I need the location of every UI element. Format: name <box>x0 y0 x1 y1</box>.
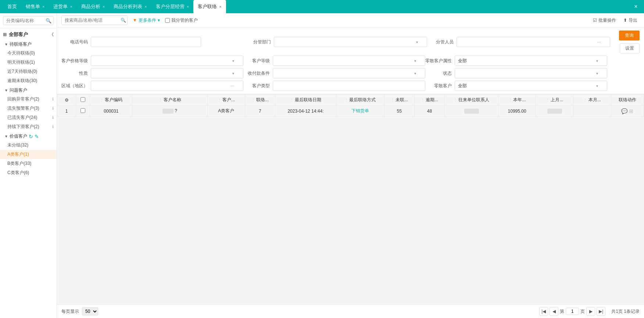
sidebar-collapse-btn[interactable]: 《 <box>49 32 54 38</box>
region-select[interactable]: ··· <box>91 81 243 91</box>
b-class-label: B类客户(33) <box>7 160 31 167</box>
retail-customer-value: 全部 <box>458 83 467 89</box>
customer-tier-select[interactable]: ▾ <box>273 56 425 66</box>
setting-button[interactable]: 设置 <box>620 43 640 53</box>
c-class-label: C类客户(6) <box>7 170 29 176</box>
sidebar-item-today[interactable]: 今天待联络(0) <box>0 49 57 58</box>
price-tier-select[interactable]: ▾ <box>91 56 243 66</box>
status-chevron-icon: ▾ <box>596 71 598 75</box>
window-close-button[interactable]: × <box>631 1 641 12</box>
sidebar-item-ungrouped[interactable]: 未分组(32) <box>0 141 57 150</box>
nav-item-customer-tier[interactable]: 客户分层经营 × <box>151 0 193 13</box>
nav-item-customer-contact[interactable]: 客户联络 × <box>193 0 226 13</box>
nature-select[interactable]: ▾ <box>91 68 243 78</box>
th-contact-count[interactable]: ⋮ 联络... <box>245 95 275 106</box>
declining-info-icon[interactable]: ℹ <box>52 124 54 129</box>
sidebar-item-churned[interactable]: 已流失客户(24) ℹ <box>0 113 57 122</box>
nav-purchase-close[interactable]: × <box>70 4 72 9</box>
value-refresh-icon[interactable]: ↻ <box>29 134 33 139</box>
sidebar-search-icon[interactable]: 🔍 <box>46 18 51 24</box>
search-button[interactable]: 🔍 <box>121 18 126 23</box>
sidebar-item-repurchase[interactable]: 回购异常客户(2) ℹ <box>0 95 57 104</box>
my-customer-checkbox[interactable] <box>165 18 170 23</box>
export-button[interactable]: ⬆ 导出 <box>621 16 640 25</box>
prev-page-button[interactable]: ◀ <box>550 307 558 316</box>
nav-analysis-close[interactable]: × <box>103 4 105 9</box>
nav-customer-tier-close[interactable]: × <box>187 4 189 9</box>
customer-type-input[interactable] <box>273 81 425 91</box>
payment-select[interactable]: ▾ <box>273 68 425 78</box>
nav-item-analysis-list[interactable]: 商品分析列表 × <box>109 0 151 13</box>
more-filter-button[interactable]: ▼ 更多条件 ▾ <box>130 16 162 25</box>
churn-warn-info-icon[interactable]: ℹ <box>52 106 54 111</box>
sidebar-item-7days[interactable]: 近7天待联络(0) <box>0 67 57 76</box>
pending-arrow-icon: ▼ <box>4 42 8 46</box>
my-customer-check[interactable]: 我分管的客户 <box>165 17 198 24</box>
th-this-year[interactable]: ⋮ 本年... <box>498 95 536 106</box>
page-number-input[interactable] <box>566 308 579 315</box>
sidebar-item-churn-warn[interactable]: 流失预警客户(3) ℹ <box>0 104 57 113</box>
nav-sales-close[interactable]: × <box>42 4 44 9</box>
sidebar-pending-header[interactable]: ▼ 待联络客户 <box>0 39 57 49</box>
th-this-month[interactable]: ⋮ 本月... <box>573 95 611 106</box>
data-table: ⚙ ⋮ 客户编码 ⋮ 客户名称 <box>57 94 644 117</box>
sidebar-item-declining[interactable]: 持续下滑客户(2) ℹ <box>0 122 57 131</box>
select-all-checkbox[interactable] <box>80 97 85 102</box>
chat-icon[interactable]: 💬 <box>621 108 627 114</box>
query-button[interactable]: 查询 <box>619 31 640 40</box>
th-drag-code: ⋮ <box>100 98 104 102</box>
nav-item-purchase[interactable]: 进货单 × <box>49 0 76 13</box>
th-customer-type[interactable]: ⋮ 客户... <box>207 95 245 106</box>
nature-label: 性质 <box>61 70 91 77</box>
th-overdue[interactable]: ⋮ 逾期... <box>414 95 444 106</box>
value-edit-icon[interactable]: ✎ <box>35 134 39 139</box>
qr-icon[interactable]: ⊞ <box>629 108 633 114</box>
nav-customer-contact-close[interactable]: × <box>219 4 221 9</box>
sidebar-item-overdue[interactable]: 逾期未联络(30) <box>0 76 57 85</box>
th-last-contact-method[interactable]: ⋮ 最后联络方式 <box>336 95 384 106</box>
next-page-button[interactable]: ▶ <box>586 307 595 316</box>
th-last-contact-date[interactable]: ⋮ 最后联络日期 <box>275 95 336 106</box>
th-settings[interactable]: ⚙ <box>57 95 76 106</box>
retail-attr-select[interactable]: 全部 ▾ <box>455 56 607 66</box>
search-input[interactable] <box>61 15 128 25</box>
nav-home[interactable]: 首页 <box>3 0 21 13</box>
nav-sales-label: 销售单 <box>26 3 40 10</box>
th-drag-this-year: ⋮ <box>508 98 512 102</box>
th-not-contacted[interactable]: ⋮ 未联... <box>384 95 414 106</box>
retail-customer-select[interactable]: 全部 ▾ <box>455 81 607 91</box>
sidebar-all-customers-header[interactable]: ⊞ 全部客户 《 <box>0 28 57 39</box>
nav-item-analysis[interactable]: 商品分析 × <box>77 0 109 13</box>
dept-select[interactable]: ▾ <box>274 37 427 47</box>
sidebar-item-tomorrow[interactable]: 明天待联络(1) <box>0 58 57 67</box>
nav-analysis-list-close[interactable]: × <box>144 4 147 9</box>
last-contact-link[interactable]: 下销货单 <box>351 108 369 113</box>
th-last-month[interactable]: ⋮ 上月... <box>536 95 573 106</box>
today-label: 今天待联络(0) <box>7 50 35 56</box>
th-code[interactable]: ⋮ 客户编码 <box>90 95 132 106</box>
last-page-button[interactable]: ▶| <box>597 307 605 316</box>
nav-customer-contact-label: 客户联络 <box>198 3 217 10</box>
sidebar-value-header[interactable]: ▼ 价值客户 ↻ ✎ <box>0 131 57 141</box>
page-size-select[interactable]: 50 <box>82 307 98 315</box>
manager-dots-icon: ··· <box>597 39 601 45</box>
settings-icon[interactable]: ⚙ <box>65 98 69 103</box>
batch-op-button[interactable]: ☑ 批量操作 <box>591 16 618 25</box>
sidebar-item-c-class[interactable]: C类客户(6) <box>0 168 57 177</box>
manager-select[interactable]: ··· <box>457 37 610 47</box>
status-select[interactable]: ▾ <box>455 68 607 78</box>
row-checkbox[interactable] <box>80 108 85 113</box>
th-name[interactable]: ⋮ 客户名称 <box>132 95 207 106</box>
sidebar-item-b-class[interactable]: B类客户(33) <box>0 159 57 168</box>
th-contacts-person[interactable]: ⋮ 往来单位联系人 <box>445 95 498 106</box>
churned-info-icon[interactable]: ℹ <box>52 115 54 120</box>
price-tier-chevron-icon: ▾ <box>232 59 234 63</box>
phone-input[interactable] <box>91 37 201 47</box>
sidebar-problem-header[interactable]: ▼ 问题客户 <box>0 85 57 95</box>
nav-item-sales[interactable]: 销售单 × <box>21 0 49 13</box>
filter-item-nature: 性质 ▾ <box>61 68 243 78</box>
customer-type-label: 客户类型 <box>243 83 273 89</box>
repurchase-info-icon[interactable]: ℹ <box>52 97 54 102</box>
sidebar-item-a-class[interactable]: A类客户(1) <box>0 150 57 159</box>
first-page-button[interactable]: |◀ <box>539 307 548 316</box>
